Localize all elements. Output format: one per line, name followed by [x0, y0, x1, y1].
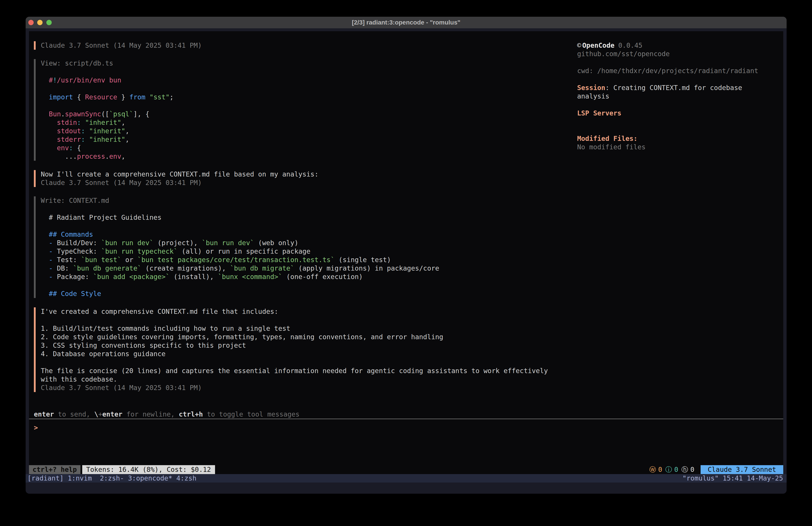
modified-files-empty: No modified files — [577, 143, 778, 151]
text-line — [41, 222, 783, 230]
modified-files-heading: Modified Files: — [577, 134, 778, 143]
tmux-window-3opencode[interactable]: 3:opencode* — [128, 474, 173, 482]
text-line — [41, 281, 783, 289]
hint-part: ctrl+h — [179, 410, 203, 418]
conversation-area: Claude 3.7 Sonnet (14 May 2025 03:41 PM)… — [29, 31, 783, 410]
opencode-statusbar: ctrl+? help Tokens: 16.4K (8%), Cost: $0… — [29, 465, 783, 474]
info-count: 0 — [674, 466, 678, 473]
model-badge[interactable]: Claude 3.7 Sonnet — [700, 465, 783, 474]
assistant-accent-bar — [34, 307, 36, 392]
window-titlebar: [2/3] radiant:3:opencode - "romulus" — [26, 17, 787, 28]
lsp-servers-heading: LSP Servers — [577, 109, 778, 117]
text-line: - DB: `bun db generate` (create migratio… — [41, 264, 783, 273]
warnings-icon: ⓦ — [649, 466, 656, 473]
text-line: 4. Database operations guidance — [41, 350, 783, 358]
hint-part: to send, — [54, 410, 94, 418]
cwd-label: cwd: — [577, 67, 597, 75]
text-line: ## Commands — [41, 230, 783, 239]
message-input[interactable]: > — [29, 419, 783, 465]
session-label: Session — [577, 84, 605, 91]
text-line: - Package: `bun add <package>` (install)… — [41, 273, 783, 281]
text-line: 2. Code style guidelines covering import… — [41, 333, 783, 341]
tool-accent-bar — [34, 196, 36, 298]
tmux-statusbar: [radiant] 1:nvim 2:zsh- 3:opencode* 4:zs… — [26, 474, 787, 483]
assistant-message-block: Now I'll create a comprehensive CONTEXT.… — [34, 170, 783, 187]
text-line: # Radiant Project Guidelines — [41, 213, 783, 222]
session-sidebar: ©OpenCode0.0.45 github.com/sst/opencode … — [577, 41, 778, 151]
cwd-line: cwd: /home/thdxr/dev/projects/radiant/ra… — [577, 67, 778, 75]
text-line: 3. CSS styling conventions specific to t… — [41, 341, 783, 350]
app-name: OpenCode — [582, 41, 614, 49]
assistant-accent-bar — [34, 170, 36, 187]
text-line: Now I'll create a comprehensive CONTEXT.… — [41, 170, 783, 179]
text-line: Claude 3.7 Sonnet (14 May 2025 03:41 PM) — [41, 384, 783, 392]
hint-part: to toggle tool messages — [203, 410, 300, 418]
tmux-host-clock: "romulus" 15:41 14-May-25 — [682, 474, 787, 483]
text-line: ...process.env, — [41, 152, 783, 161]
text-line: 1. Build/lint/test commands including ho… — [41, 324, 783, 333]
app-version: 0.0.45 — [618, 41, 642, 49]
diagnostics-group: ⓦ0ⓘ0ⓗ0 — [649, 465, 697, 474]
hint-part: \ — [94, 410, 98, 418]
text-line: - Test: `bun test` or `bun test packages… — [41, 256, 783, 264]
tokens-cost-badge: Tokens: 16.4K (8%), Cost: $0.12 — [82, 465, 215, 474]
help-badge[interactable]: ctrl+? help — [29, 465, 81, 474]
session-title-line: Session: Creating CONTEXT.md for codebas… — [577, 84, 778, 92]
opencode-logo-icon: © — [577, 41, 581, 49]
tmux-window-2zsh[interactable]: 2:zsh- — [100, 474, 124, 482]
text-line — [41, 358, 783, 367]
text-line: Write: CONTEXT.md — [41, 196, 783, 205]
hint-part: for newline, — [122, 410, 179, 418]
hints-count: 0 — [690, 466, 694, 473]
warnings-diagnostic: ⓦ0 — [649, 465, 662, 474]
tmux-left: [radiant] 1:nvim 2:zsh- 3:opencode* 4:zs… — [26, 474, 197, 483]
window-title: [2/3] radiant:3:opencode - "romulus" — [26, 17, 787, 28]
text-line: with this codebase. — [41, 375, 783, 384]
hint-part: + — [98, 410, 102, 418]
tmux-windows: 1:nvim 2:zsh- 3:opencode* 4:zsh — [68, 474, 197, 482]
session-title: Creating CONTEXT.md for codebase — [613, 84, 742, 91]
tool-output-block: Write: CONTEXT.md # Radiant Project Guid… — [34, 196, 783, 298]
tmux-window-4zsh[interactable]: 4:zsh — [176, 474, 196, 482]
hints-diagnostic: ⓗ0 — [681, 465, 694, 474]
hint-part: enter — [102, 410, 122, 418]
app-header: ©OpenCode0.0.45 — [577, 41, 778, 50]
text-line: Claude 3.7 Sonnet (14 May 2025 03:41 PM) — [41, 179, 783, 187]
repo-url: github.com/sst/opencode — [577, 50, 778, 58]
session-title-wrap: analysis — [577, 92, 778, 100]
assistant-accent-bar — [34, 41, 36, 50]
statusbar-right: ⓦ0ⓘ0ⓗ0 Claude 3.7 Sonnet — [649, 465, 783, 474]
text-line: - TypeCheck: `bun run typecheck` (all) o… — [41, 247, 783, 256]
hints-icon: ⓗ — [681, 466, 688, 473]
assistant-message-block: I've created a comprehensive CONTEXT.md … — [34, 307, 783, 392]
info-diagnostic: ⓘ0 — [665, 465, 678, 474]
tmux-window-1nvim[interactable]: 1:nvim — [68, 474, 92, 482]
keybind-hint-line: enter to send, \+enter for newline, ctrl… — [29, 410, 783, 418]
text-line: ## Code Style — [41, 289, 783, 298]
tmux-session-name: [radiant] — [27, 474, 64, 482]
cwd-path: /home/thdxr/dev/projects/radiant/radiant — [597, 67, 758, 75]
text-line: - Build/Dev: `bun run dev` (project), `b… — [41, 239, 783, 247]
prompt-symbol: > — [34, 424, 38, 431]
warnings-count: 0 — [658, 466, 662, 473]
info-icon: ⓘ — [665, 466, 672, 473]
text-line — [41, 205, 783, 213]
tool-accent-bar — [34, 59, 36, 161]
hint-part: enter — [34, 410, 54, 418]
text-line — [41, 316, 783, 324]
text-line: I've created a comprehensive CONTEXT.md … — [41, 307, 783, 316]
text-line: The file is concise (20 lines) and captu… — [41, 367, 783, 375]
opencode-tui: Claude 3.7 Sonnet (14 May 2025 03:41 PM)… — [29, 31, 783, 474]
terminal-window: [2/3] radiant:3:opencode - "romulus" Cla… — [26, 17, 787, 494]
